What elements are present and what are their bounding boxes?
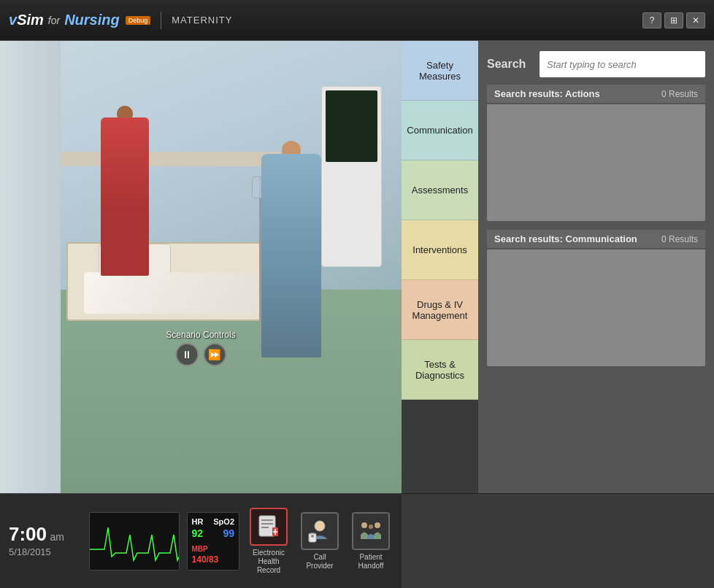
search-results: Search results: Actions 0 Results Search…: [478, 85, 714, 493]
nurse-red: [101, 117, 149, 276]
ehr-button[interactable]: Electronic Health Record: [247, 505, 291, 578]
scene-background: Scenario Controls ⏸ ⏩: [0, 41, 402, 493]
search-title: Search: [487, 58, 531, 71]
title-divider: [161, 12, 161, 29]
svg-rect-3: [261, 523, 273, 525]
search-header: Search: [478, 41, 714, 85]
nurse-blue: [261, 154, 322, 357]
vital-row-mbp: MBP: [192, 545, 234, 553]
app-name: vSim: [9, 12, 44, 28]
monitor-screen: [326, 90, 377, 162]
ehr-icon: [250, 508, 288, 546]
fast-forward-button[interactable]: ⏩: [203, 343, 226, 366]
ehr-svg: [256, 514, 281, 539]
time: 7:00 am: [9, 525, 82, 543]
vital-row-hr-val: 92 99: [192, 527, 234, 539]
actions-result-header: Search results: Actions 0 Results: [487, 85, 705, 103]
communication-result-title: Search results: Communication: [494, 233, 637, 244]
svg-point-10: [311, 535, 314, 538]
hr-label: HR: [192, 517, 204, 526]
debug-badge: Debug: [126, 16, 151, 25]
nursing-text: Nursing: [64, 12, 120, 28]
close-button[interactable]: ✕: [686, 12, 705, 28]
medical-monitor: [321, 86, 382, 267]
time-display: 7:00 am 5/18/2015: [9, 525, 82, 557]
communication-result-count: 0 Results: [661, 234, 698, 244]
patient-handoff-label: Patient Handoff: [352, 553, 390, 570]
patient-handoff-button[interactable]: Patient Handoff: [349, 509, 393, 573]
nurse-red-body: [101, 117, 149, 276]
communication-result-area: [487, 249, 705, 366]
svg-point-12: [369, 525, 373, 529]
ehr-label: Electronic Health Record: [250, 549, 288, 575]
for-text: for: [48, 15, 60, 26]
call-provider-icon: [301, 512, 339, 550]
mbp-value: 140/83: [192, 554, 219, 565]
category-safety-measures[interactable]: Safety Measures: [402, 41, 478, 101]
right-panel: Safety Measures Communication Assessment…: [402, 41, 714, 588]
patient-handoff-icon: [352, 512, 390, 550]
search-column: Search Search results: Actions 0 Results…: [478, 41, 714, 493]
sim-scene: Scenario Controls ⏸ ⏩: [0, 41, 402, 493]
pause-button[interactable]: ⏸: [175, 343, 199, 366]
category-interventions[interactable]: Interventions: [402, 220, 478, 280]
app-title: vSim for Nursing Debug MATERNITY: [9, 12, 232, 29]
communication-result-header: Search results: Communication 0 Results: [487, 230, 705, 248]
grid-button[interactable]: ⊞: [664, 12, 683, 28]
status-bar: 7:00 am 5/18/2015 HR SpO2 92: [0, 493, 402, 588]
category-assessments[interactable]: Assessments: [402, 160, 478, 220]
handoff-svg: [358, 519, 383, 543]
ecg-display: [89, 512, 180, 570]
category-tests-diagnostics[interactable]: Tests & Diagnostics: [402, 340, 478, 400]
call-provider-svg: [307, 519, 332, 543]
call-provider-button[interactable]: Call Provider: [298, 509, 342, 573]
nurse-blue-body: [261, 154, 322, 357]
svg-rect-4: [261, 527, 269, 528]
bed-blanket: [84, 272, 257, 314]
bed-rails: [61, 152, 280, 166]
title-controls: ? ⊞ ✕: [642, 12, 705, 28]
ecg-wave: [90, 513, 180, 570]
sim-panel: Scenario Controls ⏸ ⏩ 7:00 am 5/18/2015: [0, 41, 402, 588]
vital-row-mbp-val: 140/83: [192, 554, 234, 565]
help-button[interactable]: ?: [642, 12, 661, 28]
maternity-text: MATERNITY: [172, 15, 232, 26]
svg-rect-0: [90, 513, 180, 570]
bed-body: [66, 242, 275, 322]
hr-value: 92: [192, 527, 204, 539]
svg-point-11: [361, 522, 367, 528]
call-provider-label: Call Provider: [301, 553, 339, 570]
svg-rect-2: [261, 519, 273, 521]
time-date: 5/18/2015: [9, 546, 82, 557]
main-content: Scenario Controls ⏸ ⏩ 7:00 am 5/18/2015: [0, 41, 714, 588]
actions-result-count: 0 Results: [661, 89, 698, 99]
categories-column: Safety Measures Communication Assessment…: [402, 41, 478, 493]
control-buttons: ⏸ ⏩: [166, 343, 235, 366]
scenario-controls: Scenario Controls ⏸ ⏩: [166, 330, 235, 366]
spo2-value: 99: [223, 527, 234, 539]
mbp-label: MBP: [192, 545, 208, 553]
right-bottom-bar: [402, 493, 714, 588]
categories-search: Safety Measures Communication Assessment…: [402, 41, 714, 493]
svg-point-13: [375, 522, 380, 528]
category-communication[interactable]: Communication: [402, 101, 478, 160]
vitals-display: HR SpO2 92 99 MBP 140/83: [187, 512, 239, 570]
actions-result-area: [487, 104, 705, 221]
actions-result-title: Search results: Actions: [494, 88, 600, 99]
svg-point-8: [315, 521, 325, 531]
time-hour: 7:00: [9, 523, 47, 545]
title-bar: vSim for Nursing Debug MATERNITY ? ⊞ ✕: [0, 0, 714, 41]
vital-row-hr: HR SpO2: [192, 517, 234, 526]
time-ampm: am: [50, 531, 64, 543]
scenario-label: Scenario Controls: [166, 330, 235, 340]
category-drugs-iv[interactable]: Drugs & IV Management: [402, 280, 478, 340]
search-input[interactable]: [540, 51, 705, 77]
spo2-label: SpO2: [213, 517, 234, 526]
